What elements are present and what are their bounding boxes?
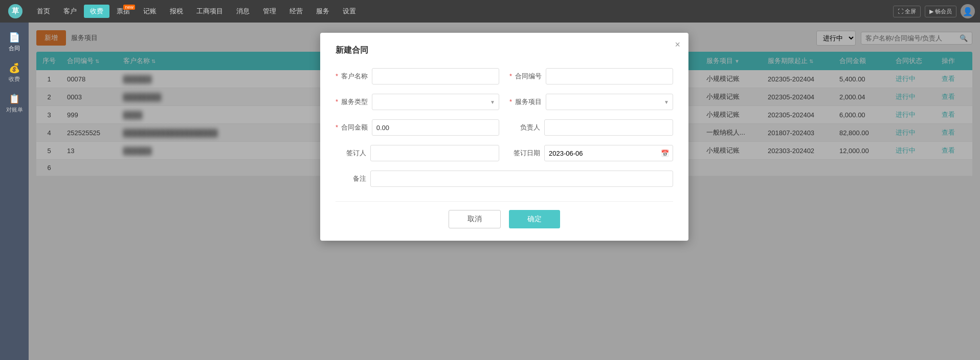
client-name-field: * 客户名称 [336,68,499,84]
calendar-icon[interactable]: 📅 [661,150,669,157]
logo-icon: 草 [8,4,23,18]
modal-footer: 取消 确定 [336,201,673,228]
close-button[interactable]: × [675,40,680,49]
avatar[interactable]: 👤 [961,4,975,18]
note-label: 备注 [336,174,366,183]
play-icon: ▶ [929,8,933,15]
contract-no-label: * 合同编号 [509,72,542,81]
avatar-icon: 👤 [963,7,973,16]
required-star-1: * [336,72,338,80]
owner-input[interactable] [544,119,673,136]
fee-icon: 💰 [9,62,20,74]
client-name-label: * 客户名称 [336,72,368,81]
nav-item-client[interactable]: 客户 [57,5,83,18]
cancel-button[interactable]: 取消 [449,210,501,228]
required-star-2: * [509,72,512,80]
note-field: 备注 [336,171,673,187]
nav-item-operation[interactable]: 经营 [283,5,309,18]
sign-date-input[interactable] [544,145,673,161]
modal-overlay: 新建合同 × * 客户名称 * 合同编号 [29,23,980,360]
nav-items: 首页 客户 收费 票据 new 记账 报税 工商项目 消息 管理 经营 服务 设… [31,5,893,18]
sign-date-label: 签订日期 [509,149,540,158]
new-contract-modal: 新建合同 × * 客户名称 * 合同编号 [320,33,688,241]
owner-field: 负责人 [509,119,673,136]
amount-input[interactable] [372,119,499,136]
service-item-select[interactable] [546,94,673,110]
nav-item-settings[interactable]: 设置 [337,5,362,18]
signer-field: 签订人 [336,145,499,161]
client-name-input[interactable] [372,68,499,84]
form-row-5: 备注 [336,171,673,187]
service-type-label: * 服务类型 [336,97,368,107]
owner-label: 负责人 [509,123,540,132]
nav-item-fee[interactable]: 收费 [84,5,109,18]
amount-field: * 合同金额 [336,119,499,136]
modal-title: 新建合同 [336,45,673,56]
contract-no-field: * 合同编号 [509,68,673,84]
required-star-3: * [336,98,338,105]
note-input[interactable] [370,171,673,187]
date-input-wrapper: 📅 [544,145,673,161]
required-star-4: * [509,98,512,105]
sidebar-item-statement[interactable]: 📋 对账单 [1,89,28,118]
signer-input[interactable] [370,145,499,161]
service-type-field: * 服务类型 ▼ [336,94,499,110]
sign-date-field: 签订日期 📅 [509,145,673,161]
service-item-label: * 服务项目 [509,97,542,107]
service-type-select-wrapper: ▼ [372,94,499,110]
signer-label: 签订人 [336,149,366,158]
logo[interactable]: 草 [5,1,26,22]
form-row-1: * 客户名称 * 合同编号 [336,68,673,84]
fullscreen-button[interactable]: ⛶ 全屏 [893,6,921,17]
service-type-select[interactable] [372,94,499,110]
nav-item-manage[interactable]: 管理 [257,5,282,18]
contract-no-input[interactable] [546,68,673,84]
content-area: 新增 服务项目 进行中 已完成 全部 🔍 序号 合同编号⇅ 客户名称⇅ [29,23,980,360]
service-item-field: * 服务项目 ▼ [509,94,673,110]
nav-item-business[interactable]: 工商项目 [190,5,229,18]
nav-right: ⛶ 全屏 ▶ 畅会员 👤 [893,4,975,18]
main-layout: 📄 合同 💰 收费 📋 对账单 新增 服务项目 进行中 已完成 全部 🔍 [0,23,980,360]
member-button[interactable]: ▶ 畅会员 [925,6,956,17]
form-row-2: * 服务类型 ▼ * 服务项目 [336,94,673,110]
service-item-select-wrapper: ▼ [546,94,673,110]
sidebar-item-fee[interactable]: 💰 收费 [1,58,28,87]
confirm-button[interactable]: 确定 [509,210,560,228]
new-badge: new [123,5,135,10]
sidebar-item-contract[interactable]: 📄 合同 [1,28,28,56]
form-row-3: * 合同金额 负责人 [336,119,673,136]
required-star-5: * [336,123,338,131]
fullscreen-icon: ⛶ [898,8,903,14]
sidebar: 📄 合同 💰 收费 📋 对账单 [0,23,29,360]
contract-icon: 📄 [9,32,20,43]
nav-item-service[interactable]: 服务 [310,5,336,18]
nav-item-tax[interactable]: 报税 [164,5,189,18]
form-row-4: 签订人 签订日期 📅 [336,145,673,161]
nav-item-message[interactable]: 消息 [230,5,256,18]
nav-item-ticket[interactable]: 票据 new [110,5,136,18]
nav-item-bookkeeping[interactable]: 记账 [137,5,163,18]
nav-item-home[interactable]: 首页 [31,5,56,18]
statement-icon: 📋 [9,93,20,104]
amount-label: * 合同金额 [336,123,368,132]
top-nav: 草 首页 客户 收费 票据 new 记账 报税 工商项目 消息 管理 经营 服务… [0,0,980,23]
